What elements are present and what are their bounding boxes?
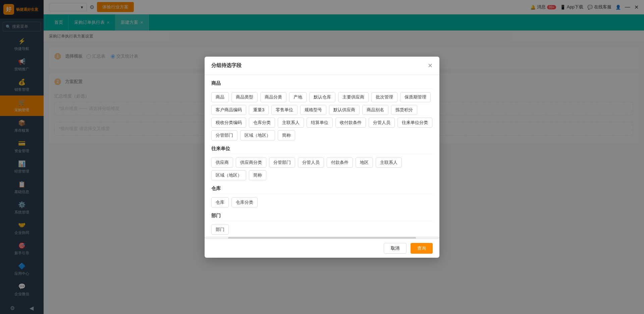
- field-tag-from-unit[interactable]: 往来单位分类: [397, 118, 432, 128]
- field-tag-partner-manager[interactable]: 分管人员: [298, 158, 324, 168]
- field-tag-partner-dept[interactable]: 分管部门: [269, 158, 295, 168]
- field-tag-shelf-life[interactable]: 保质期管理: [400, 92, 431, 102]
- section-title-department: 部门: [211, 213, 433, 221]
- section-tags-product: 商品商品类型商品分类产地默认仓库主要供应商批次管理保质期管理客户商品编码重量3零…: [211, 92, 433, 140]
- field-tag-default-supplier[interactable]: 默认供应商: [329, 105, 360, 115]
- modal-overlay: 分组待选字段 ✕ 商品商品商品类型商品分类产地默认仓库主要供应商批次管理保质期管…: [0, 0, 644, 314]
- section-tags-department: 部门: [211, 225, 433, 235]
- field-tag-payment-terms[interactable]: 收付款条件: [335, 118, 366, 128]
- field-tag-retail-unit[interactable]: 零售单位: [271, 105, 298, 115]
- field-tag-partner-contact[interactable]: 主联系人: [376, 158, 402, 168]
- modal-cancel-button[interactable]: 取消: [384, 243, 407, 254]
- section-partner: 往来单位供应商供应商分类分管部门分管人员付款条件地区主联系人区域（地区）简称: [211, 146, 433, 180]
- field-tag-dept[interactable]: 部门: [211, 225, 229, 235]
- modal-body: 商品商品商品类型商品分类产地默认仓库主要供应商批次管理保质期管理客户商品编码重量…: [205, 75, 439, 237]
- modal-close-button[interactable]: ✕: [428, 62, 433, 69]
- field-tag-partner-short[interactable]: 简称: [249, 170, 266, 180]
- field-tag-payment-condition[interactable]: 付款条件: [327, 158, 353, 168]
- section-tags-warehouse: 仓库仓库分类: [211, 197, 433, 207]
- section-warehouse: 仓库仓库仓库分类: [211, 186, 433, 207]
- field-select-modal: 分组待选字段 ✕ 商品商品商品类型商品分类产地默认仓库主要供应商批次管理保质期管…: [205, 57, 439, 258]
- field-tag-weight3[interactable]: 重量3: [249, 105, 269, 115]
- field-tag-warehouse-category[interactable]: 仓库分类: [249, 118, 275, 128]
- section-department: 部门部门: [211, 213, 433, 235]
- field-tag-brand[interactable]: 商品别名: [362, 105, 388, 115]
- field-tag-warehouse-cat[interactable]: 仓库分类: [231, 197, 258, 207]
- modal-footer: 取消 查询: [205, 239, 439, 258]
- field-tag-main-supplier[interactable]: 主要供应商: [338, 92, 369, 102]
- field-tag-integral[interactable]: 拣货积分: [391, 105, 417, 115]
- field-tag-main-contact[interactable]: 主联系人: [278, 118, 304, 128]
- modal-horizontal-scrollbar[interactable]: [205, 237, 439, 239]
- section-title-partner: 往来单位: [211, 146, 433, 154]
- section-product: 商品商品商品类型商品分类产地默认仓库主要供应商批次管理保质期管理客户商品编码重量…: [211, 80, 433, 140]
- section-title-warehouse: 仓库: [211, 186, 433, 194]
- modal-header: 分组待选字段 ✕: [205, 57, 439, 75]
- field-tag-manager[interactable]: 分管人员: [369, 118, 395, 128]
- field-tag-partner-region[interactable]: 地区: [356, 158, 373, 168]
- modal-confirm-button[interactable]: 查询: [411, 243, 433, 254]
- section-tags-partner: 供应商供应商分类分管部门分管人员付款条件地区主联系人区域（地区）简称: [211, 158, 433, 180]
- field-tag-origin[interactable]: 产地: [289, 92, 307, 102]
- field-tag-batch-management[interactable]: 批次管理: [371, 92, 397, 102]
- field-tag-region[interactable]: 区域（地区）: [240, 130, 275, 140]
- modal-hscroll-thumb: [228, 237, 416, 239]
- modal-title: 分组待选字段: [211, 62, 241, 69]
- field-tag-partner-area[interactable]: 区域（地区）: [211, 170, 246, 180]
- field-tag-warehouse[interactable]: 仓库: [211, 197, 229, 207]
- field-tag-tax-code[interactable]: 税收分类编码: [211, 118, 246, 128]
- field-tag-dept-managed[interactable]: 分管部门: [211, 130, 237, 140]
- field-tag-product-category[interactable]: 商品分类: [260, 92, 286, 102]
- field-tag-product-type[interactable]: 商品类型: [231, 92, 258, 102]
- field-tag-product[interactable]: 商品: [211, 92, 229, 102]
- field-tag-spec-model[interactable]: 规格型号: [300, 105, 326, 115]
- field-tag-customer-code[interactable]: 客户商品编码: [211, 105, 246, 115]
- field-tag-short-name[interactable]: 简称: [278, 130, 295, 140]
- field-tag-supplier[interactable]: 供应商: [211, 158, 233, 168]
- field-tag-settlement-unit[interactable]: 结算单位: [307, 118, 333, 128]
- field-tag-default-warehouse[interactable]: 默认仓库: [309, 92, 335, 102]
- section-title-product: 商品: [211, 80, 433, 89]
- field-tag-supplier-category[interactable]: 供应商分类: [236, 158, 266, 168]
